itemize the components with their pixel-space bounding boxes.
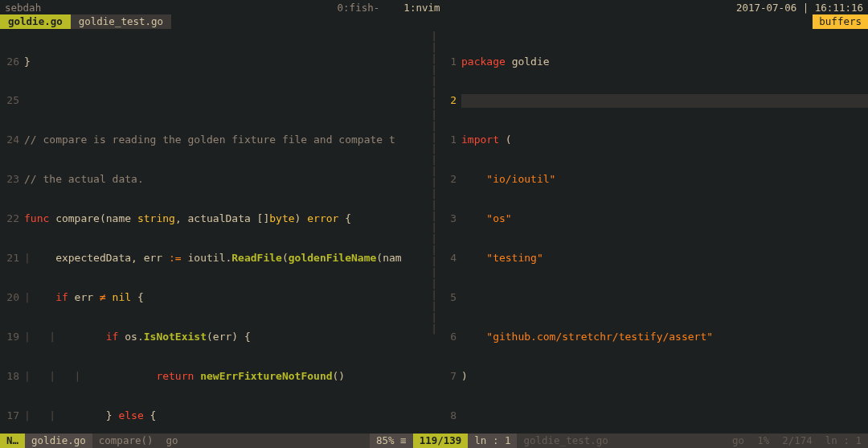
tmux-window-0[interactable]: 0:fish-: [338, 2, 380, 14]
sl-col-left: ln : 1: [468, 434, 517, 448]
right-code[interactable]: 1package goldie 2 1import ( 2 "io/ioutil…: [437, 29, 868, 434]
statusline: N… goldie.go compare() go 85% ≡ 119/139 …: [0, 434, 868, 448]
sl-filename-right: goldie_test.go: [517, 434, 614, 448]
sl-percent-left: 85% ≡: [370, 434, 413, 448]
tab-goldie-test-go[interactable]: goldie_test.go: [71, 14, 171, 29]
sl-col-right: ln : 1: [819, 434, 868, 448]
tmux-clock: 2017-07-06 | 16:11:16: [736, 2, 863, 14]
sl-filetype-right: go: [726, 434, 751, 448]
sl-filetype-left: go: [160, 434, 185, 448]
sl-mode: N…: [0, 434, 25, 448]
tmux-window-1[interactable]: 1:nvim: [403, 2, 440, 14]
right-cursor-gutter: 2: [437, 94, 461, 107]
sl-function: compare(): [92, 434, 160, 448]
tab-goldie-go[interactable]: goldie.go: [0, 14, 71, 29]
sl-filename-left: goldie.go: [25, 434, 92, 448]
left-code[interactable]: 26} 25 24// compare is reading the golde…: [0, 29, 431, 434]
split-border[interactable]: |||||||||||||||||||||||||||: [431, 29, 437, 434]
sl-percent-right: 1%: [751, 434, 776, 448]
buffers-indicator[interactable]: buffers: [813, 14, 868, 29]
tmux-window-list: 0:fish- 1:nvim: [41, 2, 736, 14]
right-pane[interactable]: 1package goldie 2 1import ( 2 "io/ioutil…: [437, 29, 868, 434]
tmux-status-bar: sebdah 0:fish- 1:nvim 2017-07-06 | 16:11…: [0, 0, 868, 14]
buffer-tabline: goldie.go goldie_test.go buffers: [0, 14, 868, 29]
sl-position-right: 2/174: [776, 434, 819, 448]
tmux-session-name: sebdah: [5, 2, 41, 14]
sl-position-left: 119/139: [413, 434, 469, 448]
left-pane[interactable]: 26} 25 24// compare is reading the golde…: [0, 29, 431, 434]
editor-splits: 26} 25 24// compare is reading the golde…: [0, 29, 868, 434]
